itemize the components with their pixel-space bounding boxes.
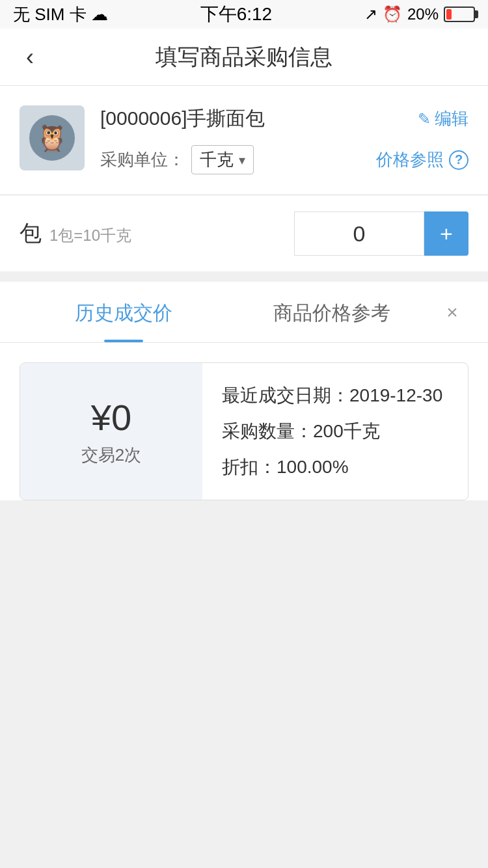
tab-close-button[interactable]: × <box>436 296 468 329</box>
history-price-panel: ¥0 交易2次 <box>20 363 202 500</box>
unit-row: 采购单位： 千克 ▾ 价格参照 ? <box>100 145 468 174</box>
status-time: 下午6:12 <box>200 2 273 27</box>
history-qty-label: 采购数量： <box>222 421 313 441</box>
tabs-header: 历史成交价 商品价格参考 × <box>0 282 488 343</box>
tabs-section: 历史成交价 商品价格参考 × ¥0 交易2次 最近成交日期：2019-12-30… <box>0 282 488 500</box>
battery-icon <box>444 7 475 22</box>
quantity-plus-button[interactable]: + <box>424 211 468 256</box>
page-title: 填写商品采购信息 <box>156 42 332 72</box>
unit-selector[interactable]: 千克 ▾ <box>191 145 254 174</box>
history-date-label: 最近成交日期： <box>222 385 349 405</box>
history-price-value: ¥0 <box>91 396 131 439</box>
status-left: 无 SIM 卡 ☁ <box>13 3 108 26</box>
history-date-value: 2019-12-30 <box>349 385 442 405</box>
history-date-row: 最近成交日期：2019-12-30 <box>222 383 448 408</box>
battery-fill <box>446 9 452 20</box>
history-qty-row: 采购数量：200千克 <box>222 418 448 444</box>
quantity-input[interactable] <box>294 211 424 256</box>
sim-label: 无 SIM 卡 ☁ <box>13 3 108 26</box>
quantity-row: 包 1包=10千克 + <box>0 195 488 271</box>
battery-percent: 20% <box>407 5 439 23</box>
edit-button[interactable]: ✎ 编辑 <box>418 107 468 130</box>
product-thumbnail <box>20 105 85 170</box>
help-icon: ? <box>449 150 468 170</box>
back-button[interactable]: ‹ <box>20 37 40 77</box>
product-name: [0000006]手撕面包 <box>100 105 265 132</box>
history-discount-value: 100.00% <box>277 457 349 477</box>
quantity-label: 包 1包=10千克 <box>20 219 131 249</box>
history-details-panel: 最近成交日期：2019-12-30 采购数量：200千克 折扣：100.00% <box>202 363 468 500</box>
nav-bar: ‹ 填写商品采购信息 <box>0 29 488 86</box>
history-trades-count: 交易2次 <box>81 444 141 467</box>
unit-label: 采购单位： <box>100 148 185 171</box>
history-discount-label: 折扣： <box>222 457 277 477</box>
chevron-down-icon: ▾ <box>239 152 245 168</box>
tab-history-label: 历史成交价 <box>75 302 172 323</box>
history-qty-value: 200千克 <box>313 421 380 441</box>
tab-active-underline <box>104 340 143 342</box>
edit-icon: ✎ <box>418 110 431 128</box>
tab-price-reference[interactable]: 商品价格参考 <box>228 282 436 342</box>
status-bar: 无 SIM 卡 ☁ 下午6:12 ↗ ⏰ 20% <box>0 0 488 29</box>
location-icon: ↗ <box>364 5 377 23</box>
product-info: [0000006]手撕面包 ✎ 编辑 采购单位： 千克 ▾ 价格参照 ? <box>100 105 468 174</box>
tab-history-price[interactable]: 历史成交价 <box>20 282 228 342</box>
edit-label: 编辑 <box>435 107 468 130</box>
price-ref-label: 价格参照 <box>376 148 444 171</box>
price-ref-button[interactable]: 价格参照 ? <box>376 148 468 171</box>
status-right: ↗ ⏰ 20% <box>364 5 475 23</box>
product-card: [0000006]手撕面包 ✎ 编辑 采购单位： 千克 ▾ 价格参照 ? <box>0 86 488 194</box>
quantity-controls: + <box>294 211 468 256</box>
qty-unit: 包 <box>20 219 42 249</box>
qty-convert-note: 1包=10千克 <box>49 225 131 246</box>
tab-price-label: 商品价格参考 <box>273 302 390 323</box>
unit-value: 千克 <box>200 148 234 171</box>
history-discount-row: 折扣：100.00% <box>222 454 448 480</box>
history-card: ¥0 交易2次 最近成交日期：2019-12-30 采购数量：200千克 折扣：… <box>20 362 468 500</box>
product-image <box>29 115 75 161</box>
alarm-icon: ⏰ <box>383 5 402 23</box>
product-header: [0000006]手撕面包 ✎ 编辑 <box>100 105 468 132</box>
